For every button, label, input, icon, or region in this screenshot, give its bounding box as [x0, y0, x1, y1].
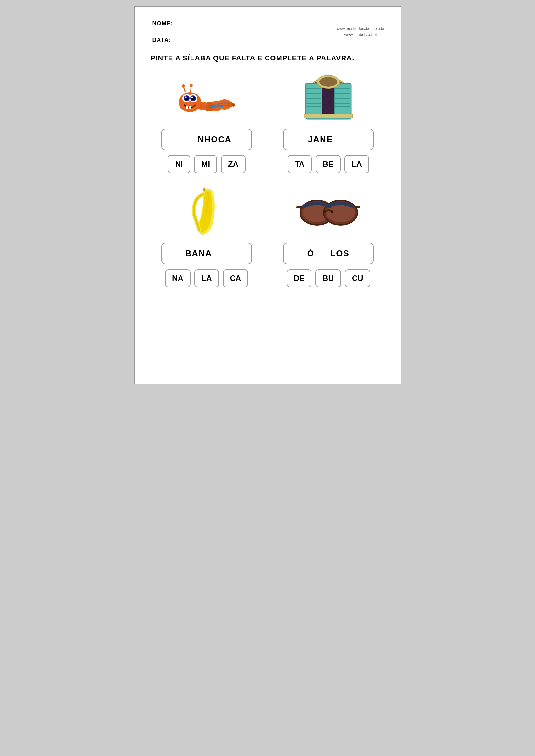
exercise-banana: BANA___ NA LA CA [151, 186, 263, 287]
exercise-worm: ___NHOCA NI MI ZA [151, 72, 263, 173]
data-underline [244, 44, 335, 44]
worm-image [174, 74, 239, 122]
syllable-BE[interactable]: BE [316, 155, 341, 173]
svg-point-55 [323, 211, 326, 213]
worksheet-page: NOME: DATA: www.mestredosaber.com.br www… [134, 7, 401, 384]
syllable-CU[interactable]: CU [345, 269, 370, 287]
exercise-glasses: Ó___LOS DE BU CU [272, 186, 384, 287]
window-word-box: JANE___ [283, 129, 374, 150]
syllable-CA[interactable]: CA [223, 269, 248, 287]
svg-point-17 [185, 97, 186, 98]
banana-word: BANA___ [185, 249, 228, 258]
syllable-DE[interactable]: DE [287, 269, 312, 287]
svg-point-10 [179, 93, 201, 112]
banana-syllables-row: NA LA CA [165, 269, 248, 287]
svg-point-18 [191, 97, 193, 98]
glasses-word: Ó___LOS [307, 249, 350, 258]
svg-rect-49 [304, 114, 352, 118]
syllable-NI[interactable]: NI [168, 155, 190, 173]
syllable-BU[interactable]: BU [315, 269, 341, 287]
svg-point-54 [331, 211, 333, 213]
svg-line-23 [190, 86, 191, 93]
window-image-area [296, 72, 361, 124]
banana-image-area [174, 186, 239, 238]
svg-point-9 [232, 103, 235, 107]
data-line: DATA: [151, 37, 384, 44]
website2: www.alfabetiza.net [336, 32, 384, 38]
glasses-word-box: Ó___LOS [283, 243, 374, 264]
syllable-ZA[interactable]: ZA [221, 155, 245, 173]
exercise-row-1: ___NHOCA NI MI ZA [151, 72, 384, 173]
svg-rect-19 [186, 106, 188, 109]
window-syllables-row: TA BE LA [288, 155, 369, 173]
window-image [302, 74, 354, 122]
main-title: PINTE A SÍLABA QUE FALTA E COMPLETE A PA… [151, 54, 384, 62]
syllable-LA[interactable]: LA [345, 155, 369, 173]
banana-image [183, 186, 231, 238]
svg-point-24 [189, 84, 193, 87]
exercise-window: JANE___ TA BE LA [272, 72, 384, 173]
syllable-TA[interactable]: TA [288, 155, 312, 173]
worm-word-box: ___NHOCA [161, 129, 252, 150]
website1: www.mestredosaber.com.br [336, 26, 384, 32]
svg-rect-20 [189, 106, 191, 109]
svg-point-48 [319, 77, 337, 87]
glasses-image [296, 193, 361, 231]
website-info: www.mestredosaber.com.br www.alfabetiza.… [336, 26, 384, 38]
worm-image-area [174, 72, 239, 124]
nome-label: NOME: [152, 20, 308, 27]
glasses-image-area [296, 186, 361, 238]
syllable-LA[interactable]: LA [194, 269, 219, 287]
exercises-container: ___NHOCA NI MI ZA [151, 72, 384, 287]
syllable-MI[interactable]: MI [194, 155, 217, 173]
banana-word-box: BANA___ [161, 243, 252, 264]
glasses-syllables-row: DE BU CU [287, 269, 370, 287]
window-word: JANE___ [308, 134, 349, 144]
worm-word: ___NHOCA [182, 134, 232, 144]
syllable-NA[interactable]: NA [165, 269, 190, 287]
data-label: DATA: [152, 37, 243, 44]
exercise-row-2: BANA___ NA LA CA [151, 186, 384, 287]
svg-point-22 [182, 84, 185, 88]
nome-underline [152, 34, 308, 34]
worm-syllables-row: NI MI ZA [168, 155, 245, 173]
